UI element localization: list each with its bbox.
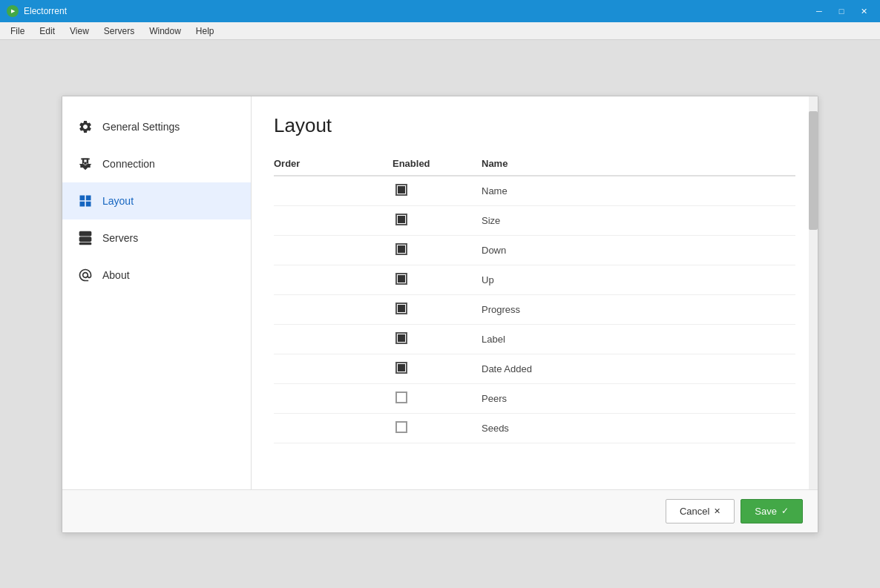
sidebar-item-about[interactable]: About (62, 257, 251, 294)
table-row: Date Added (274, 354, 795, 383)
menu-view[interactable]: View (62, 22, 96, 39)
table-row: Progress (274, 294, 795, 324)
checkbox-size[interactable] (395, 214, 407, 225)
svg-rect-3 (84, 162, 86, 164)
sidebar-label-general-settings: General Settings (102, 121, 180, 133)
cell-name: Progress (482, 294, 795, 324)
menu-help[interactable]: Help (188, 22, 222, 39)
column-header-name: Name (482, 152, 795, 176)
menu-window[interactable]: Window (142, 22, 188, 39)
at-icon (77, 267, 93, 283)
cell-order (274, 413, 393, 443)
cell-enabled (393, 413, 482, 443)
table-row: Seeds (274, 413, 795, 443)
checkbox-seeds[interactable] (395, 421, 407, 433)
cell-enabled (393, 354, 482, 383)
save-label: Save (755, 506, 777, 517)
content-panel: Layout Order Enabled Name NameSizeDownUp… (252, 96, 818, 489)
checkbox-date-added[interactable] (395, 362, 407, 374)
cell-enabled (393, 205, 482, 235)
column-header-order: Order (274, 152, 393, 176)
svg-rect-1 (84, 165, 86, 167)
menubar: File Edit View Servers Window Help (0, 22, 880, 40)
app-icon (6, 4, 19, 18)
sidebar-item-general-settings[interactable]: General Settings (62, 108, 251, 145)
minimize-button[interactable]: ─ (809, 4, 830, 19)
cancel-label: Cancel (680, 506, 709, 517)
svg-rect-0 (80, 165, 82, 167)
table-row: Up (274, 265, 795, 294)
close-button[interactable]: ✕ (853, 4, 874, 19)
column-header-enabled: Enabled (393, 152, 482, 176)
checkbox-label[interactable] (395, 332, 407, 344)
cell-enabled (393, 176, 482, 206)
cancel-icon: ✕ (714, 506, 720, 516)
gear-icon (77, 119, 93, 135)
checkbox-name[interactable] (395, 184, 407, 196)
cell-name: Size (482, 205, 795, 235)
cell-order (274, 235, 393, 265)
cell-enabled (393, 383, 482, 413)
connection-icon (77, 156, 93, 172)
layout-table: Order Enabled Name NameSizeDownUpProgres… (274, 152, 795, 443)
sidebar-label-layout: Layout (102, 195, 134, 207)
table-row: Name (274, 176, 795, 206)
titlebar: Electorrent ─ □ ✕ (0, 0, 880, 22)
menu-servers[interactable]: Servers (96, 22, 142, 39)
table-row: Down (274, 235, 795, 265)
cell-name: Label (482, 324, 795, 354)
cell-enabled (393, 324, 482, 354)
cell-order (274, 294, 393, 324)
checkmark-icon: ✓ (781, 506, 789, 516)
servers-icon (77, 230, 93, 246)
sidebar-item-layout[interactable]: Layout (62, 182, 251, 219)
menu-edit[interactable]: Edit (32, 22, 62, 39)
svg-rect-2 (88, 165, 90, 167)
cell-name: Seeds (482, 413, 795, 443)
cell-enabled (393, 235, 482, 265)
scrollbar-thumb[interactable] (809, 111, 818, 230)
table-row: Peers (274, 383, 795, 413)
cell-name: Up (482, 265, 795, 294)
checkbox-peers[interactable] (395, 392, 407, 403)
cell-enabled (393, 294, 482, 324)
table-row: Label (274, 324, 795, 354)
sidebar-label-servers: Servers (102, 232, 138, 244)
cell-order (274, 265, 393, 294)
app-title: Electorrent (24, 6, 809, 16)
sidebar: General Settings C (62, 96, 252, 489)
cell-name: Date Added (482, 354, 795, 383)
cancel-button[interactable]: Cancel ✕ (666, 499, 735, 523)
cell-name: Down (482, 235, 795, 265)
page-title: Layout (274, 114, 795, 137)
checkbox-down[interactable] (395, 243, 407, 255)
window-controls: ─ □ ✕ (809, 4, 874, 19)
scrollbar-track[interactable] (809, 96, 818, 489)
menu-file[interactable]: File (3, 22, 32, 39)
save-button[interactable]: Save ✓ (741, 499, 803, 523)
cell-name: Peers (482, 383, 795, 413)
sidebar-label-about: About (102, 269, 130, 281)
sidebar-label-connection: Connection (102, 158, 155, 170)
sidebar-item-connection[interactable]: Connection (62, 145, 251, 182)
maximize-button[interactable]: □ (831, 4, 852, 19)
sidebar-item-servers[interactable]: Servers (62, 219, 251, 257)
table-row: Size (274, 205, 795, 235)
settings-dialog: General Settings C (62, 96, 818, 533)
cell-name: Name (482, 176, 795, 206)
dialog-body: General Settings C (62, 96, 818, 489)
cell-order (274, 383, 393, 413)
cell-order (274, 205, 393, 235)
main-area: General Settings C (0, 40, 880, 588)
dialog-footer: Cancel ✕ Save ✓ (62, 489, 818, 532)
checkbox-up[interactable] (395, 273, 407, 285)
checkbox-progress[interactable] (395, 303, 407, 314)
cell-enabled (393, 265, 482, 294)
cell-order (274, 176, 393, 206)
cell-order (274, 354, 393, 383)
cell-order (274, 324, 393, 354)
layout-icon (77, 193, 93, 209)
